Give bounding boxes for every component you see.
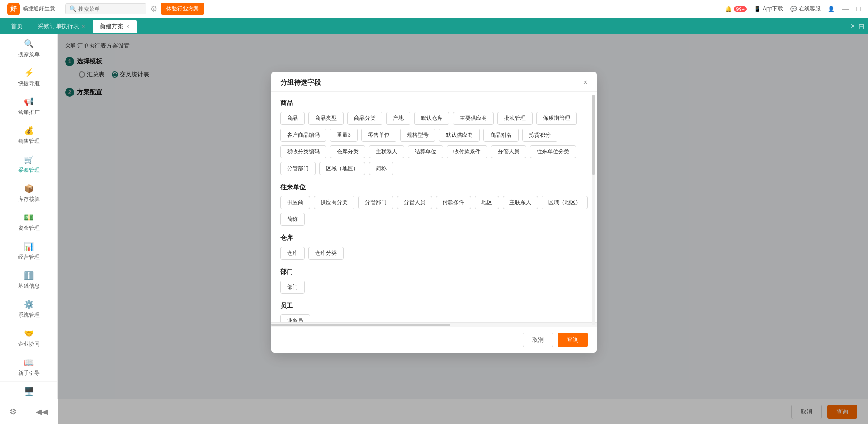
field-tag[interactable]: 税收分类编码 — [280, 145, 326, 158]
field-tag[interactable]: 业务员 — [280, 314, 310, 322]
sidebar-item-label: 营销推广 — [18, 109, 40, 116]
field-tag[interactable]: 商品别名 — [483, 129, 519, 142]
online-service[interactable]: 💬 在线客服 — [790, 5, 821, 13]
modal-footer: 取消 查询 — [271, 327, 597, 353]
field-tag[interactable]: 重量3 — [330, 129, 358, 142]
tab-home[interactable]: 首页 — [4, 20, 30, 33]
download-icon: 📱 — [754, 6, 761, 12]
app-download[interactable]: 📱 App下载 — [754, 5, 783, 13]
tab-purchase-label: 采购订单执行表 — [38, 22, 79, 30]
field-tag[interactable]: 商品类型 — [308, 112, 344, 125]
field-tag[interactable]: 收付款条件 — [447, 145, 487, 158]
tab-new-plan[interactable]: 新建方案 × — [93, 20, 136, 33]
field-tag[interactable]: 分管部门 — [280, 162, 316, 175]
user-avatar[interactable]: 👤 — [828, 6, 835, 12]
tab-purchase-close[interactable]: × — [82, 24, 85, 29]
field-tag[interactable]: 仓库分类 — [308, 247, 344, 260]
search-input[interactable] — [78, 6, 132, 12]
sidebar-item-operations[interactable]: 📊 经营管理 — [0, 237, 57, 266]
sidebar-item-inventory[interactable]: 📦 库存核算 — [0, 179, 57, 208]
notification-area[interactable]: 🔔 99+ — [725, 6, 747, 12]
system-icon: ⚙️ — [24, 300, 34, 310]
field-tag[interactable]: 主联系人 — [369, 145, 404, 158]
field-tag[interactable]: 客户商品编码 — [280, 129, 326, 142]
nav-expand-icon[interactable]: ⊟ — [859, 22, 864, 31]
sidebar-item-collab[interactable]: 🤝 企业协同 — [0, 324, 57, 353]
field-tag[interactable]: 仓库 — [280, 247, 305, 260]
field-tag[interactable]: 付款条件 — [436, 196, 471, 209]
maximize-icon[interactable]: □ — [856, 5, 861, 13]
sidebar-item-guide[interactable]: 📖 新手引导 — [0, 353, 57, 382]
field-tag[interactable]: 规格型号 — [400, 129, 435, 142]
modal-header: 分组待选字段 × — [271, 72, 597, 92]
modal-hscrollbar[interactable] — [271, 322, 597, 327]
field-tag[interactable]: 默认仓库 — [414, 112, 449, 125]
tab-new-plan-close[interactable]: × — [126, 24, 129, 29]
field-tag[interactable]: 供应商 — [280, 196, 310, 209]
field-tag[interactable]: 拣货积分 — [522, 129, 557, 142]
sidebar-item-quicknav[interactable]: ⚡ 快捷导航 — [0, 63, 57, 92]
sidebar-item-finance[interactable]: 💵 资金管理 — [0, 208, 57, 237]
field-tag[interactable]: 结算单位 — [408, 145, 443, 158]
nav-close-icon[interactable]: × — [851, 22, 855, 30]
sidebar-item-sales[interactable]: 💰 销售管理 — [0, 121, 57, 150]
field-tag[interactable]: 区域（地区） — [542, 196, 588, 209]
sidebar-item-label: 资金管理 — [18, 224, 40, 232]
field-tag[interactable]: 地区 — [475, 196, 499, 209]
section-dept-title: 部门 — [280, 268, 588, 276]
section-product-title: 商品 — [280, 99, 588, 107]
sidebar-settings-icon[interactable]: ⚙ — [9, 407, 17, 417]
field-tag[interactable]: 仓库分类 — [330, 145, 365, 158]
field-tag[interactable]: 供应商分类 — [314, 196, 354, 209]
modal-vscrollbar[interactable] — [592, 95, 595, 325]
cancel-button[interactable]: 取消 — [523, 333, 553, 347]
minimize-icon[interactable]: — — [842, 5, 849, 13]
experience-button[interactable]: 体验行业方案 — [161, 3, 204, 15]
section-warehouse-title: 仓库 — [280, 234, 588, 242]
field-tag[interactable]: 分管人员 — [397, 196, 432, 209]
field-tag[interactable]: 区域（地区） — [319, 162, 365, 175]
section-product: 商品 商品 商品类型 商品分类 产地 默认仓库 主要供应商 批次管理 保质期管理… — [280, 99, 588, 175]
field-tag[interactable]: 批次管理 — [497, 112, 533, 125]
modal-title: 分组待选字段 — [280, 78, 321, 87]
field-tag[interactable]: 零售单位 — [361, 129, 396, 142]
search-bar[interactable]: 🔍 — [65, 3, 146, 14]
sidebar-item-info[interactable]: ℹ️ 基础信息 — [0, 266, 57, 295]
field-tag[interactable]: 简称 — [369, 162, 393, 175]
notification-icon: 🔔 — [725, 6, 732, 12]
quicknav-icon: ⚡ — [24, 68, 34, 78]
sidebar-item-label: 基础信息 — [18, 282, 40, 290]
modal-body: 商品 商品 商品类型 商品分类 产地 默认仓库 主要供应商 批次管理 保质期管理… — [271, 92, 597, 322]
settings-icon[interactable]: ⚙ — [150, 4, 157, 14]
tab-purchase-exec[interactable]: 采购订单执行表 × — [31, 20, 92, 33]
section-warehouse: 仓库 仓库 仓库分类 — [280, 234, 588, 260]
sidebar-item-label: 快捷导航 — [18, 80, 40, 87]
modal-close-button[interactable]: × — [583, 78, 588, 86]
sidebar-item-search[interactable]: 🔍 搜索菜单 — [0, 34, 57, 63]
field-tag[interactable]: 简称 — [280, 213, 305, 226]
sidebar-item-label: 销售管理 — [18, 138, 40, 145]
field-tag[interactable]: 产地 — [386, 112, 410, 125]
section-dept-tags: 部门 — [280, 281, 588, 294]
field-tag[interactable]: 部门 — [280, 281, 305, 294]
topbar-left: 好 畅捷通好生意 🔍 ⚙ 体验行业方案 — [7, 3, 204, 15]
field-tag[interactable]: 默认供应商 — [439, 129, 480, 142]
field-tag[interactable]: 分管人员 — [491, 145, 526, 158]
field-tag[interactable]: 保质期管理 — [536, 112, 577, 125]
confirm-button[interactable]: 查询 — [558, 333, 588, 347]
field-tag[interactable]: 商品 — [280, 112, 305, 125]
section-partner-title: 往来单位 — [280, 183, 588, 191]
field-tag[interactable]: 主要供应商 — [453, 112, 494, 125]
field-tag[interactable]: 商品分类 — [347, 112, 382, 125]
sidebar-item-system[interactable]: ⚙️ 系统管理 — [0, 295, 57, 324]
field-tag[interactable]: 主联系人 — [503, 196, 538, 209]
apps-icon: 🖥️ — [24, 386, 34, 396]
search-icon: 🔍 — [69, 5, 76, 12]
sidebar-collapse-icon[interactable]: ◀◀ — [36, 407, 48, 417]
field-tag[interactable]: 往来单位分类 — [530, 145, 576, 158]
operations-icon: 📊 — [24, 242, 34, 252]
section-staff-tags: 业务员 — [280, 314, 588, 322]
sidebar-item-purchase[interactable]: 🛒 采购管理 — [0, 150, 57, 179]
sidebar-item-marketing[interactable]: 📢 营销推广 — [0, 92, 57, 121]
field-tag[interactable]: 分管部门 — [358, 196, 393, 209]
